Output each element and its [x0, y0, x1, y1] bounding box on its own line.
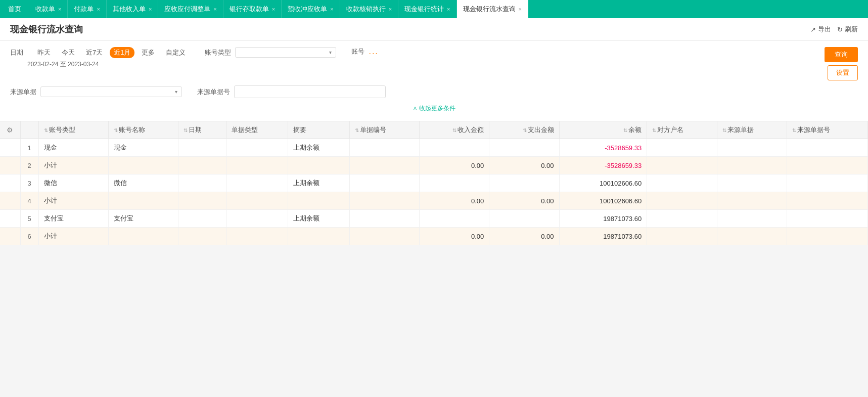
row-index: 4 — [20, 192, 38, 210]
col-doc-type: 单据类型 — [226, 121, 288, 139]
sort-doc-no-icon: ⇅ — [355, 127, 359, 133]
row-income: 0.00 — [419, 192, 489, 210]
nav-tab-付款单[interactable]: 付款单× — [68, 0, 106, 18]
date-option-more[interactable]: 更多 — [138, 47, 159, 58]
nav-tab-close-icon[interactable]: × — [97, 6, 100, 12]
account-filter: 账号 ... — [351, 47, 378, 56]
row-counterparty — [647, 192, 717, 210]
filter-row-2: 来源单据 ▾ 来源单据号 — [10, 85, 858, 98]
row-balance: -3528659.33 — [559, 139, 647, 157]
table-row: 5 支付宝 支付宝 上期余额 19871073.60 — [0, 210, 868, 228]
nav-tab-应收应付调整单[interactable]: 应收应付调整单× — [158, 0, 223, 18]
row-doc-no — [349, 139, 419, 157]
col-counterparty[interactable]: ⇅对方户名 — [647, 121, 717, 139]
nav-tab-close-icon[interactable]: × — [272, 6, 275, 12]
col-account-name[interactable]: ⇅账号名称 — [108, 121, 178, 139]
date-option-today[interactable]: 今天 — [58, 47, 79, 58]
nav-tab-收款核销执行[interactable]: 收款核销执行× — [340, 0, 398, 18]
sort-source-doc-no-icon: ⇅ — [792, 127, 796, 133]
nav-home-label: 首页 — [8, 5, 21, 14]
col-expense[interactable]: ⇅支出金额 — [489, 121, 559, 139]
refresh-label: 刷新 — [845, 25, 858, 34]
row-account-name: 支付宝 — [108, 210, 178, 228]
row-settings-cell — [0, 157, 20, 174]
nav-tab-预收冲应收单[interactable]: 预收冲应收单× — [282, 0, 340, 18]
date-option-1month[interactable]: 近1月 — [110, 47, 134, 58]
nav-tab-收款单[interactable]: 收款单× — [29, 0, 68, 18]
export-button[interactable]: ↗ 导出 — [810, 25, 831, 34]
row-expense — [489, 210, 559, 228]
row-income — [419, 139, 489, 157]
row-index: 5 — [20, 210, 38, 228]
col-doc-no[interactable]: ⇅单据编号 — [349, 121, 419, 139]
col-source-doc-no[interactable]: ⇅来源单据号 — [787, 121, 867, 139]
row-source-doc — [717, 139, 787, 157]
row-expense — [489, 139, 559, 157]
nav-tab-close-icon[interactable]: × — [519, 6, 522, 12]
row-date — [178, 139, 226, 157]
row-counterparty — [647, 139, 717, 157]
data-table-container: ⚙ ⇅账号类型 ⇅账号名称 ⇅日期 单据类型 摘要 ⇅单据编号 ⇅收入 — [0, 121, 868, 245]
nav-tab-close-icon[interactable]: × — [58, 6, 61, 12]
account-type-select[interactable]: ▾ — [235, 47, 336, 58]
nav-tab-label: 现金银行统计 — [404, 5, 444, 14]
row-expense — [489, 174, 559, 192]
row-doc-type — [226, 157, 288, 174]
column-settings-icon[interactable]: ⚙ — [7, 126, 13, 134]
nav-tab-close-icon[interactable]: × — [447, 6, 450, 12]
header-actions: ↗ 导出 ↻ 刷新 — [810, 25, 858, 34]
row-counterparty — [647, 174, 717, 192]
row-index: 1 — [20, 139, 38, 157]
sort-account-name-icon: ⇅ — [114, 127, 118, 133]
row-settings-cell — [0, 139, 20, 157]
nav-tab-label: 预收冲应收单 — [288, 5, 327, 14]
table-body: 1 现金 现金 上期余额 -3528659.33 2 小计 0.00 0.00 … — [0, 139, 868, 245]
col-source-doc[interactable]: ⇅来源单据 — [717, 121, 787, 139]
col-settings[interactable]: ⚙ — [0, 121, 20, 139]
collapse-bar[interactable]: ∧ 收起更多条件 — [10, 102, 858, 115]
row-index: 2 — [20, 157, 38, 174]
nav-home[interactable]: 首页 — [0, 0, 29, 18]
col-summary: 摘要 — [288, 121, 349, 139]
source-doc-no-input[interactable] — [234, 85, 386, 98]
refresh-button[interactable]: ↻ 刷新 — [837, 25, 858, 34]
col-account-type[interactable]: ⇅账号类型 — [38, 121, 108, 139]
col-index — [20, 121, 38, 139]
nav-tab-label: 付款单 — [74, 5, 94, 14]
col-balance[interactable]: ⇅余额 — [559, 121, 647, 139]
page-title: 现金银行流水查询 — [10, 23, 83, 35]
row-doc-type — [226, 228, 288, 245]
date-option-yesterday[interactable]: 昨天 — [33, 47, 55, 58]
nav-tab-close-icon[interactable]: × — [149, 6, 152, 12]
date-option-custom[interactable]: 自定义 — [162, 47, 190, 58]
query-button[interactable]: 查询 — [825, 47, 858, 62]
date-range: 2023-02-24 至 2023-03-24 — [27, 61, 99, 68]
col-income[interactable]: ⇅收入金额 — [419, 121, 489, 139]
row-settings-cell — [0, 210, 20, 228]
row-account-type: 微信 — [38, 174, 108, 192]
nav-tab-label: 银行存取款单 — [230, 5, 269, 14]
nav-tab-close-icon[interactable]: × — [330, 6, 333, 12]
nav-tab-其他收入单[interactable]: 其他收入单× — [107, 0, 158, 18]
nav-tab-银行存取款单[interactable]: 银行存取款单× — [223, 0, 282, 18]
nav-tab-close-icon[interactable]: × — [389, 6, 392, 12]
account-label: 账号 — [351, 47, 364, 56]
col-date[interactable]: ⇅日期 — [178, 121, 226, 139]
row-source-doc-no — [787, 174, 867, 192]
source-doc-select[interactable]: ▾ — [40, 86, 182, 97]
nav-tab-现金银行统计[interactable]: 现金银行统计× — [398, 0, 456, 18]
account-ellipsis-button[interactable]: ... — [369, 47, 378, 56]
row-source-doc-no — [787, 210, 867, 228]
account-type-label: 账号类型 — [205, 48, 231, 57]
nav-tab-close-icon[interactable]: × — [213, 6, 216, 12]
source-doc-filter: 来源单据 ▾ — [10, 86, 182, 97]
row-account-name — [108, 157, 178, 174]
settings-button[interactable]: 设置 — [828, 65, 858, 80]
row-summary — [288, 228, 349, 245]
row-doc-no — [349, 192, 419, 210]
sort-income-icon: ⇅ — [452, 127, 456, 133]
date-option-7days[interactable]: 近7天 — [82, 47, 107, 58]
nav-tab-现金银行流水查询[interactable]: 现金银行流水查询× — [457, 0, 528, 18]
row-counterparty — [647, 157, 717, 174]
account-type-chevron-icon: ▾ — [329, 50, 332, 55]
